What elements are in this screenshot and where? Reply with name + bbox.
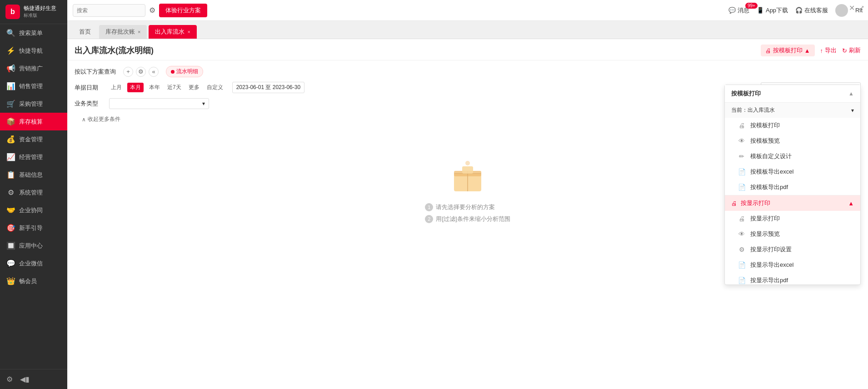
- online-service-button[interactable]: 🎧 在线客服: [795, 6, 828, 15]
- sidebar-item-label: 新手引导: [19, 224, 43, 232]
- sidebar-item-member[interactable]: 👑 畅会员: [0, 272, 67, 290]
- gear-icon: ⚙: [6, 188, 15, 197]
- chart-icon: 📊: [6, 82, 15, 90]
- chevron-down-icon-biz: ▾: [202, 100, 205, 107]
- dropdown-item-template-excel[interactable]: 📄 按模板导出excel: [725, 164, 860, 180]
- filter-tag-dot: [171, 70, 175, 74]
- empty-tip-1: 1 请先选择要分析的方案: [425, 203, 510, 211]
- maximize-window-icon[interactable]: ⤢: [858, 4, 864, 12]
- home-tab-label: 首页: [79, 28, 91, 36]
- export-button[interactable]: ↑ 导出: [820, 46, 837, 55]
- sidebar-item-app-center[interactable]: 🔲 应用中心: [0, 237, 67, 254]
- dropdown-item-template-print[interactable]: 🖨 按模板打印: [725, 118, 860, 133]
- biz-type-label: 业务类型: [75, 100, 102, 108]
- app-logo-icon: b: [5, 5, 20, 19]
- filter-tag-item: 流水明细: [166, 66, 203, 77]
- sidebar-item-label: 企业协同: [19, 206, 43, 214]
- dp-item-label: 按模板导出excel: [750, 168, 793, 176]
- add-filter-button[interactable]: +: [123, 67, 133, 77]
- chevron-up-icon-collapse: ∧: [82, 116, 86, 123]
- dropdown-display-section: 🖨 按显示打印 ▲ 🖨 按显示打印 👁 按显示预览 ⚙: [725, 195, 860, 284]
- dropdown-item-display-preview[interactable]: 👁 按显示预览: [725, 226, 860, 242]
- printer-icon: 🖨: [765, 47, 771, 54]
- date-this-year[interactable]: 本年: [147, 83, 162, 92]
- date-more[interactable]: 更多: [187, 83, 201, 92]
- search-input[interactable]: [73, 4, 145, 17]
- sidebar-item-finance[interactable]: 💰 资金管理: [0, 130, 67, 148]
- sidebar-item-marketing[interactable]: 📢 营销推广: [0, 60, 67, 77]
- sidebar-item-system[interactable]: ⚙ 系统管理: [0, 184, 67, 201]
- window-controls: ✕ ⤢: [845, 0, 868, 16]
- dp-item-label: 按显示打印: [750, 214, 780, 223]
- date-custom[interactable]: 自定义: [205, 83, 225, 92]
- topbar: ⚙ 体验行业方案 💬 消息 99+ 📱 App下载 🎧 在线客服 Rit: [67, 0, 868, 21]
- biz-type-select[interactable]: ▾: [109, 98, 209, 109]
- clipboard-icon: 📋: [6, 170, 15, 179]
- dropdown-item-template-pdf[interactable]: 📄 按模板导出pdf: [725, 180, 860, 195]
- filter-scheme-label: 按以下方案查询: [75, 68, 116, 76]
- search-icon: 🔍: [6, 29, 15, 37]
- close-window-icon[interactable]: ✕: [849, 4, 855, 12]
- sidebar-item-business[interactable]: 📈 经营管理: [0, 148, 67, 166]
- date-last-7days[interactable]: 近7天: [165, 83, 183, 92]
- sidebar-item-search[interactable]: 🔍 搜索菜单: [0, 24, 67, 42]
- topbar-gear-icon[interactable]: ⚙: [149, 6, 155, 15]
- industry-button[interactable]: 体验行业方案: [159, 4, 207, 17]
- date-last-month[interactable]: 上月: [109, 83, 124, 92]
- tab-home[interactable]: 首页: [73, 25, 97, 39]
- dropdown-item-template-custom[interactable]: ✏ 模板自定义设计: [725, 149, 860, 164]
- date-range-picker[interactable]: 2023-06-01 至 2023-06-30: [232, 82, 304, 93]
- settings-icon[interactable]: ⚙: [6, 375, 13, 384]
- sidebar-item-basic[interactable]: 📋 基础信息: [0, 166, 67, 184]
- gear2-dp-icon: ⚙: [738, 246, 746, 253]
- batch-account-tab-close[interactable]: ×: [138, 29, 140, 35]
- dropdown-item-display-print[interactable]: 🖨 按显示打印: [725, 211, 860, 226]
- inout-flow-tab-close[interactable]: ×: [187, 29, 190, 35]
- date-shortcuts: 上月 本月 本年 近7天 更多 自定义: [109, 83, 225, 92]
- sidebar-item-collab[interactable]: 🤝 企业协同: [0, 201, 67, 219]
- app-download-button[interactable]: 📱 App下载: [757, 6, 788, 15]
- topbar-left: ⚙ 体验行业方案: [73, 4, 725, 17]
- dp-item-label: 按显示预览: [750, 230, 780, 238]
- section-chevron-up: ▲: [848, 200, 854, 207]
- tab-inout-flow[interactable]: 出入库流水 ×: [149, 25, 196, 39]
- excel-dp-icon: 📄: [738, 168, 746, 175]
- sidebar-item-wechat[interactable]: 💬 企业微信: [0, 254, 67, 272]
- dropdown-display-header[interactable]: 🖨 按显示打印 ▲: [725, 195, 860, 211]
- settings-filter-button[interactable]: ⚙: [136, 67, 146, 77]
- sidebar-item-label: 库存核算: [19, 118, 43, 126]
- app-version: 标准版: [24, 12, 56, 19]
- template-print-label: 按模板打印: [773, 46, 803, 55]
- megaphone-icon: 📢: [6, 64, 15, 73]
- message-button[interactable]: 💬 消息 99+: [728, 6, 749, 15]
- dropdown-chevron-up[interactable]: ▲: [848, 90, 854, 97]
- tab-batch-account[interactable]: 库存批次账 ×: [99, 25, 147, 39]
- dropdown-item-display-settings[interactable]: ⚙ 按显示打印设置: [725, 242, 860, 257]
- dropdown-header: 按模板打印 ▲: [725, 85, 860, 103]
- sidebar-item-guide[interactable]: 🎯 新手引导: [0, 219, 67, 237]
- sidebar-item-sales[interactable]: 📊 销售管理: [0, 77, 67, 95]
- sidebar-item-inventory[interactable]: 📦 库存核算: [0, 113, 67, 130]
- pdf2-dp-icon: 📄: [738, 277, 746, 284]
- phone-icon: 📱: [757, 7, 764, 14]
- dropdown-item-display-pdf[interactable]: 📄 按显示导出pdf: [725, 273, 860, 284]
- export-icon: ↑: [820, 47, 823, 54]
- refresh-button[interactable]: ↻ 刷新: [842, 46, 861, 55]
- template-print-button[interactable]: 🖨 按模板打印 ▲: [761, 45, 815, 56]
- tabs-bar: 首页 库存批次账 × 出入库流水 × ✕ ⤢: [67, 21, 868, 39]
- chat-icon: 💬: [6, 259, 15, 268]
- sidebar-item-purchase[interactable]: 🛒 采购管理: [0, 95, 67, 113]
- batch-account-tab-label: 库存批次账: [105, 28, 135, 36]
- collapse-filter-button[interactable]: «: [149, 67, 159, 77]
- date-this-month[interactable]: 本月: [127, 83, 144, 92]
- sidebar-item-quick-nav[interactable]: ⚡ 快捷导航: [0, 42, 67, 60]
- dropdown-item-display-excel[interactable]: 📄 按显示导出excel: [725, 257, 860, 273]
- page-content: 出入库流水(流水明细) 🖨 按模板打印 ▲ ↑ 导出 ↻ 刷新: [67, 39, 868, 389]
- handshake-icon: 🤝: [6, 206, 15, 214]
- inout-flow-tab-label: 出入库流水: [155, 28, 185, 36]
- collapse-sidebar-icon[interactable]: ◀▮: [20, 375, 30, 384]
- dropdown-template-section: 当前：出入库流水 ▾ 🖨 按模板打印 👁 按模板预览 ✏ 模板自定义设计: [725, 103, 860, 195]
- dropdown-title: 按模板打印: [731, 90, 761, 98]
- empty-tip-2: 2 用[过滤]条件来缩小分析范围: [425, 215, 510, 223]
- dropdown-item-template-preview[interactable]: 👁 按模板预览: [725, 133, 860, 149]
